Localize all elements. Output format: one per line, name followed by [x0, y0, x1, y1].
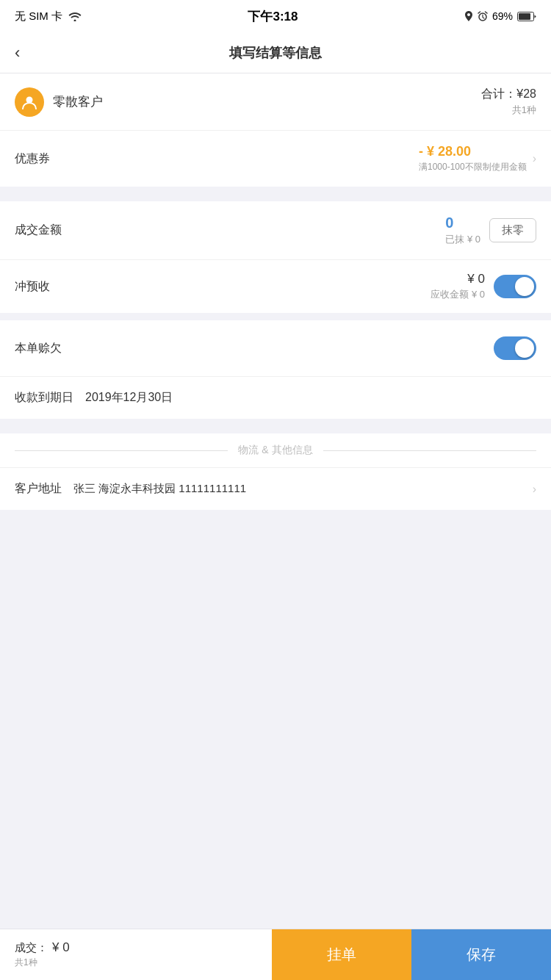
- coupon-label: 优惠券: [15, 151, 50, 167]
- page-title: 填写结算等信息: [229, 44, 322, 62]
- alarm-icon: [478, 11, 488, 21]
- credit-label: 本单赊欠: [15, 341, 62, 356]
- address-label: 客户地址: [15, 481, 62, 497]
- credit-row: 本单赊欠: [0, 320, 551, 376]
- bottom-deal-amount: ¥ 0: [52, 940, 70, 955]
- round-zero-button[interactable]: 抹零: [489, 218, 536, 242]
- transaction-value: 0: [445, 215, 480, 231]
- back-button[interactable]: ‹: [15, 43, 20, 62]
- save-button[interactable]: 保存: [411, 929, 551, 981]
- customer-name: 零散客户: [53, 93, 103, 110]
- prepay-row: 冲预收 ¥ 0 应收金额 ¥ 0: [0, 259, 551, 313]
- status-time: 下午3:18: [248, 8, 298, 25]
- coupon-chevron-icon: ›: [533, 152, 536, 165]
- prepay-label: 冲预收: [15, 279, 50, 295]
- prepay-right: ¥ 0 应收金额 ¥ 0: [431, 272, 536, 301]
- due-date-label: 收款到期日: [15, 390, 73, 406]
- customer-left: 零散客户: [15, 87, 103, 117]
- credit-section: 本单赊欠 收款到期日 2019年12月30日: [0, 320, 551, 419]
- coupon-discount: - ¥ 28.00: [419, 144, 527, 159]
- address-value: 张三 海淀永丰科技园 11111111111: [73, 482, 521, 496]
- battery-icon: [517, 12, 536, 21]
- location-icon: [464, 11, 473, 21]
- transaction-row: 成交金额 0 已抹 ¥ 0 抹零: [0, 201, 551, 259]
- divider-1: [0, 194, 551, 201]
- transaction-label: 成交金额: [15, 223, 62, 238]
- credit-toggle[interactable]: [494, 336, 536, 360]
- bottom-deal-row: 成交： ¥ 0: [15, 940, 257, 955]
- status-right: 69%: [464, 10, 536, 22]
- already-rounded-text: 已抹 ¥ 0: [445, 233, 480, 246]
- due-date-value: 2019年12月30日: [85, 390, 173, 406]
- bottom-deal-label: 成交：: [15, 941, 48, 955]
- total-amount: 合计：¥28: [481, 87, 536, 102]
- prepay-amounts: ¥ 0 应收金额 ¥ 0: [431, 272, 485, 301]
- svg-rect-3: [519, 13, 530, 20]
- avatar: [15, 87, 44, 117]
- coupon-description: 满1000-100不限制使用金额: [419, 161, 527, 173]
- logistics-title: 物流 & 其他信息: [228, 444, 323, 457]
- total-count: 共1种: [481, 104, 536, 117]
- hang-button[interactable]: 挂单: [272, 929, 411, 981]
- divider-2: [0, 313, 551, 320]
- logistics-header: 物流 & 其他信息: [0, 433, 551, 467]
- bottom-count: 共1种: [15, 956, 257, 969]
- due-date-row: 收款到期日 2019年12月30日: [0, 376, 551, 419]
- prepay-value: ¥ 0: [431, 272, 485, 287]
- customer-right: 合计：¥28 共1种: [481, 87, 536, 117]
- transaction-section: 成交金额 0 已抹 ¥ 0 抹零 冲预收 ¥ 0 应收金额 ¥ 0: [0, 201, 551, 313]
- nav-bar: ‹ 填写结算等信息: [0, 32, 551, 73]
- battery-text: 69%: [492, 10, 513, 22]
- logistics-section: 物流 & 其他信息 客户地址 张三 海淀永丰科技园 11111111111 ›: [0, 433, 551, 510]
- coupon-right: - ¥ 28.00 满1000-100不限制使用金额 ›: [419, 144, 536, 173]
- status-left: 无 SIM 卡: [15, 10, 82, 24]
- svg-point-0: [74, 19, 76, 21]
- empty-space: [0, 517, 551, 693]
- bottom-bar: 成交： ¥ 0 共1种 挂单 保存: [0, 929, 551, 980]
- customer-row: 零散客户 合计：¥28 共1种: [0, 73, 551, 130]
- no-sim-text: 无 SIM 卡: [15, 10, 62, 24]
- status-bar: 无 SIM 卡 下午3:18 69%: [0, 0, 551, 32]
- prepay-toggle[interactable]: [494, 275, 536, 298]
- wifi-icon: [68, 12, 82, 21]
- bottom-info: 成交： ¥ 0 共1种: [0, 940, 272, 969]
- coupon-row[interactable]: 优惠券 - ¥ 28.00 满1000-100不限制使用金额 ›: [0, 130, 551, 187]
- transaction-right: 0 已抹 ¥ 0 抹零: [445, 215, 536, 246]
- prepay-receivable: 应收金额 ¥ 0: [431, 288, 485, 301]
- address-row[interactable]: 客户地址 张三 海淀永丰科技园 11111111111 ›: [0, 467, 551, 510]
- divider-3: [0, 426, 551, 433]
- customer-section: 零散客户 合计：¥28 共1种 优惠券 - ¥ 28.00 满1000-100不…: [0, 73, 551, 187]
- address-chevron-icon: ›: [533, 483, 536, 496]
